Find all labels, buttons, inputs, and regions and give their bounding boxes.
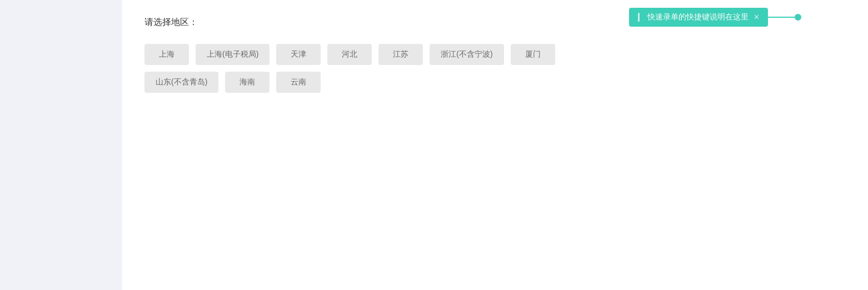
region-button[interactable]: 天津 [276, 44, 321, 65]
region-button[interactable]: 厦门 [511, 44, 555, 65]
sidebar [0, 0, 122, 290]
tooltip-banner: 快速录单的快捷键说明在这里 × [629, 8, 768, 27]
region-button[interactable]: 浙江(不含宁波) [430, 44, 503, 65]
region-buttons-row2: 山东(不含青岛)海南云南 [144, 72, 846, 93]
region-button[interactable]: 河北 [327, 44, 372, 65]
tooltip-connector-line [768, 17, 796, 18]
region-button[interactable]: 山东(不含青岛) [144, 72, 218, 93]
region-buttons-row1: 上海上海(电子税局)天津河北江苏浙江(不含宁波)厦门 [144, 44, 846, 65]
region-button[interactable]: 上海 [144, 44, 189, 65]
main-content: 请选择地区： 上海上海(电子税局)天津河北江苏浙江(不含宁波)厦门 山东(不含青… [122, 0, 868, 290]
region-button[interactable]: 江苏 [378, 44, 423, 65]
region-button[interactable]: 上海(电子税局) [196, 44, 270, 65]
region-button[interactable]: 云南 [276, 72, 321, 93]
tooltip-close-button[interactable]: × [754, 13, 759, 22]
tooltip-text: 快速录单的快捷键说明在这里 [647, 12, 749, 22]
region-button[interactable]: 海南 [225, 72, 270, 93]
tooltip-connector-dot [795, 14, 801, 21]
